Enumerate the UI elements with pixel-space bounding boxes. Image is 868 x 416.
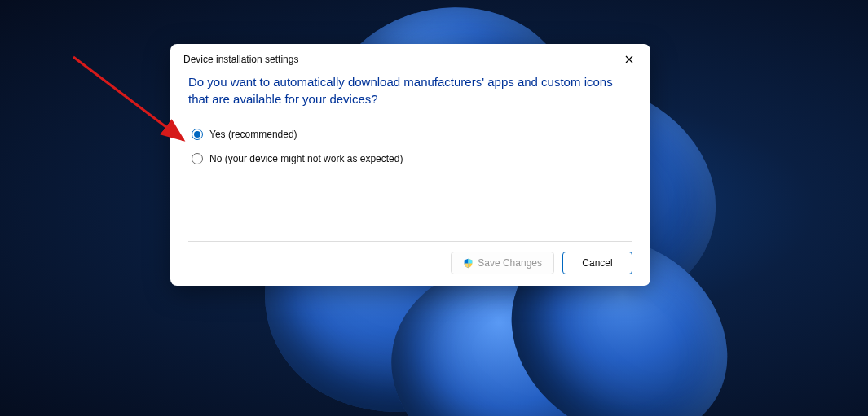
radio-label-yes: Yes (recommended) xyxy=(209,129,297,140)
shield-icon xyxy=(463,258,474,269)
radio-indicator xyxy=(192,153,203,164)
save-button-label: Save Changes xyxy=(478,257,542,269)
radio-group: Yes (recommended) No (your device might … xyxy=(188,129,632,164)
dialog-titlebar: Device installation settings xyxy=(170,44,650,70)
main-question: Do you want to automatically download ma… xyxy=(188,73,632,107)
radio-option-no[interactable]: No (your device might not work as expect… xyxy=(192,153,632,164)
radio-indicator-selected xyxy=(192,129,203,140)
close-icon xyxy=(625,55,633,63)
dialog-title: Device installation settings xyxy=(183,54,298,65)
close-button[interactable] xyxy=(618,50,641,68)
save-changes-button[interactable]: Save Changes xyxy=(451,252,554,274)
dialog-footer: Save Changes Cancel xyxy=(188,241,632,286)
radio-label-no: No (your device might not work as expect… xyxy=(209,153,403,164)
cancel-button[interactable]: Cancel xyxy=(562,252,632,274)
dialog-content: Do you want to automatically download ma… xyxy=(170,70,650,241)
cancel-button-label: Cancel xyxy=(582,257,612,269)
device-installation-dialog: Device installation settings Do you want… xyxy=(170,44,650,286)
radio-option-yes[interactable]: Yes (recommended) xyxy=(192,129,632,140)
